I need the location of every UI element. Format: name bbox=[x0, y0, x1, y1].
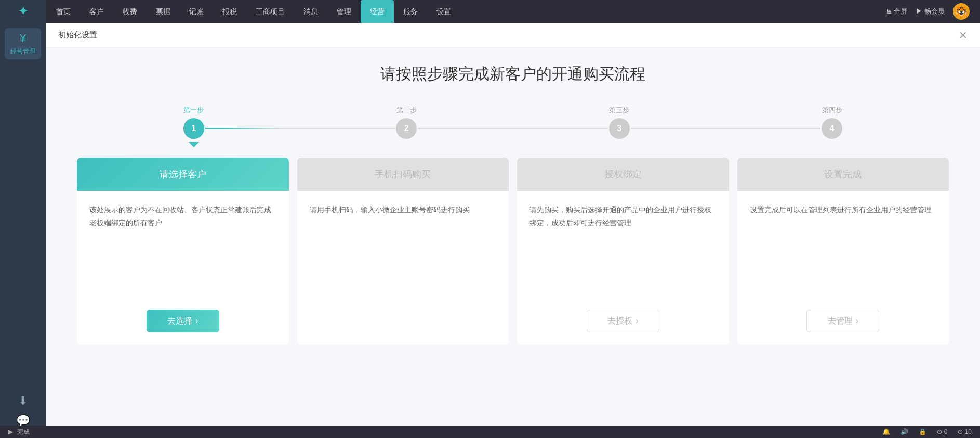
vip-btn[interactable]: ▶ 畅会员 bbox=[916, 7, 945, 16]
card-3-title: 授权绑定 bbox=[604, 169, 642, 179]
nav-msg[interactable]: 消息 bbox=[294, 0, 327, 23]
card-2-header: 手机扫码购买 bbox=[297, 158, 509, 191]
play-icon: ▶ bbox=[8, 428, 13, 435]
status-bar-right: 🔔 🔊 🔒 ⊙ 0 ⊙ 10 bbox=[882, 428, 972, 435]
card-4: 设置完成 设置完成后可以在管理列表进行所有企业用户的经营管理 去管理 › bbox=[737, 158, 949, 345]
notification-icon[interactable]: 🔔 bbox=[882, 428, 890, 435]
sidebar-item-operate[interactable]: ¥ 经营管理 bbox=[5, 28, 41, 59]
step-2-line-left bbox=[300, 128, 395, 129]
nav-biz[interactable]: 工商项目 bbox=[246, 0, 294, 23]
step-1-line bbox=[205, 128, 300, 129]
cards-container: 请选择客户 该处展示的客户为不在回收站、客户状态正常建账后完成老板端绑定的所有客… bbox=[77, 158, 949, 345]
step-4-circle: 4 bbox=[822, 118, 842, 139]
main-heading: 请按照步骤完成新客户的开通购买流程 bbox=[77, 63, 949, 85]
card-4-footer: 去管理 › bbox=[737, 301, 949, 345]
card-1-footer: 去选择 › bbox=[77, 301, 289, 345]
go-select-button[interactable]: 去选择 › bbox=[147, 310, 219, 332]
step-4-line-left bbox=[726, 128, 821, 129]
nav-home[interactable]: 首页 bbox=[47, 0, 80, 23]
card-3-body: 请先购买，购买后选择开通的产品中的企业用户进行授权绑定，成功后即可进行经营管理 bbox=[517, 191, 729, 301]
card-3-footer: 去授权 › bbox=[517, 301, 729, 345]
counter-ten: ⊙ 10 bbox=[958, 428, 972, 435]
step-4: 第四步 4 bbox=[726, 106, 939, 139]
step-2-label: 第二步 bbox=[396, 106, 417, 115]
step-3-circle: 3 bbox=[609, 118, 630, 139]
card-3-header: 授权绑定 bbox=[517, 158, 729, 191]
volume-icon[interactable]: 🔊 bbox=[900, 428, 908, 435]
top-nav: ✦ 首页 客户 收费 票据 记账 报税 工商项目 消息 管理 经营 服务 设置 … bbox=[0, 0, 980, 23]
card-1-header: 请选择客户 bbox=[77, 158, 289, 191]
counter-zero: ⊙ 0 bbox=[937, 428, 947, 435]
main-area: 初始化设置 ✕ 请按照步骤完成新客户的开通购买流程 第一步 1 第二步 2 bbox=[46, 23, 980, 426]
step-3-label: 第三步 bbox=[609, 106, 629, 115]
card-4-title: 设置完成 bbox=[824, 169, 862, 179]
step-2: 第二步 2 bbox=[300, 106, 513, 142]
sidebar: ¥ 经营管理 ⬇ 💬 bbox=[0, 23, 46, 438]
step-3-line-left bbox=[513, 128, 608, 129]
card-4-body: 设置完成后可以在管理列表进行所有企业用户的经营管理 bbox=[737, 191, 949, 301]
steps-row: 第一步 1 第二步 2 第三步 bbox=[77, 106, 949, 147]
download-icon[interactable]: ⬇ bbox=[18, 394, 28, 408]
card-2-body: 请用手机扫码，输入小微企业主账号密码进行购买 bbox=[297, 191, 509, 324]
page-title: 初始化设置 bbox=[58, 30, 97, 40]
status-text: 完成 bbox=[17, 428, 30, 436]
step-2-line-right bbox=[418, 128, 513, 129]
nav-settings[interactable]: 设置 bbox=[427, 0, 460, 23]
yuan-icon: ¥ bbox=[20, 32, 26, 45]
card-2-footer bbox=[297, 324, 509, 345]
step-1-arrow bbox=[189, 142, 199, 147]
card-2-title: 手机扫码购买 bbox=[375, 169, 431, 179]
sidebar-item-label: 经营管理 bbox=[10, 47, 35, 56]
step-3-line-right bbox=[631, 128, 726, 129]
step-4-label: 第四步 bbox=[822, 106, 842, 115]
sidebar-bottom: ⬇ 💬 bbox=[16, 394, 30, 428]
close-button[interactable]: ✕ bbox=[959, 29, 968, 42]
nav-account[interactable]: 记账 bbox=[180, 0, 213, 23]
nav-items: ✦ 首页 客户 收费 票据 记账 报税 工商项目 消息 管理 经营 服务 设置 bbox=[47, 0, 460, 23]
lock-icon[interactable]: 🔒 bbox=[919, 428, 926, 435]
card-1-body: 该处展示的客户为不在回收站、客户状态正常建账后完成老板端绑定的所有客户 bbox=[77, 191, 289, 301]
fullscreen-btn[interactable]: 🖥 全屏 bbox=[885, 7, 908, 16]
nav-customer[interactable]: 客户 bbox=[80, 0, 113, 23]
nav-manage[interactable]: 管理 bbox=[327, 0, 361, 23]
card-1: 请选择客户 该处展示的客户为不在回收站、客户状态正常建账后完成老板端绑定的所有客… bbox=[77, 158, 289, 345]
step-1: 第一步 1 bbox=[87, 106, 300, 147]
content-area: 请按照步骤完成新客户的开通购买流程 第一步 1 第二步 2 bbox=[46, 48, 980, 360]
logo-icon: ✦ bbox=[18, 5, 28, 18]
card-3: 授权绑定 请先购买，购买后选择开通的产品中的企业用户进行授权绑定，成功后即可进行… bbox=[517, 158, 729, 345]
card-2: 手机扫码购买 请用手机扫码，输入小微企业主账号密码进行购买 bbox=[297, 158, 509, 345]
avatar[interactable]: 🐯 bbox=[953, 3, 970, 20]
card-4-header: 设置完成 bbox=[737, 158, 949, 191]
nav-right: 🖥 全屏 ▶ 畅会员 🐯 bbox=[885, 3, 980, 20]
status-bar-left: ▶ 完成 bbox=[8, 428, 30, 436]
nav-service[interactable]: 服务 bbox=[394, 0, 427, 23]
go-manage-button[interactable]: 去管理 › bbox=[806, 310, 879, 332]
step-2-circle: 2 bbox=[396, 118, 417, 139]
card-1-title: 请选择客户 bbox=[160, 169, 206, 179]
nav-fee[interactable]: 收费 bbox=[113, 0, 147, 23]
go-authorize-button[interactable]: 去授权 › bbox=[587, 310, 659, 332]
page-header: 初始化设置 ✕ bbox=[46, 23, 980, 48]
nav-tax[interactable]: 报税 bbox=[213, 0, 246, 23]
step-3: 第三步 3 bbox=[513, 106, 726, 139]
status-bar: ▶ 完成 🔔 🔊 🔒 ⊙ 0 ⊙ 10 bbox=[0, 426, 980, 438]
nav-invoice[interactable]: 票据 bbox=[147, 0, 180, 23]
step-1-circle: 1 bbox=[183, 118, 204, 139]
nav-operate[interactable]: 经营 bbox=[361, 0, 394, 23]
step-1-label: 第一步 bbox=[183, 106, 204, 115]
